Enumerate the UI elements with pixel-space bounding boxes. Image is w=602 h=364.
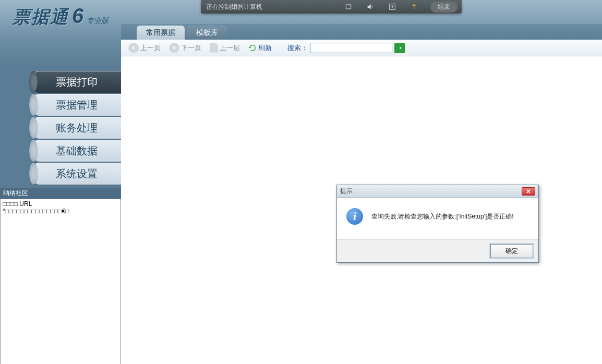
svg-rect-0	[346, 5, 351, 9]
dialog-footer: 确定	[337, 239, 538, 262]
sidebar-item-label: 票据管理	[56, 98, 98, 112]
arrow-right-icon	[169, 43, 179, 53]
alert-dialog: 提示 i 查询失败,请检查您输入的参数:['InitSetup']是否正确! 确…	[336, 185, 539, 263]
tab-common-bills[interactable]: 常用票据	[137, 26, 185, 40]
community-line: °□□□□□□□□□□□□□□□€□	[3, 208, 118, 215]
dialog-message: 查询失败,请检查您输入的参数:['InitSetup']是否正确!	[371, 212, 514, 221]
end-session-button[interactable]: 结束	[430, 2, 457, 13]
sidebar-item-label: 账务处理	[56, 121, 98, 135]
refresh-icon	[248, 44, 257, 52]
toolbar: 上一页 下一页 上一层 刷新 搜索：	[121, 40, 602, 56]
sidebar-item-bill-manage[interactable]: 票据管理	[32, 94, 121, 116]
app-logo: 票据通 6 专业版	[13, 4, 109, 29]
community-box: □□□□ URL °□□□□□□□□□□□□□□□€□	[0, 199, 121, 364]
arrow-left-icon	[128, 43, 139, 53]
logo-version: 6	[72, 4, 83, 28]
search-input[interactable]	[310, 43, 392, 53]
button-label: 上一层	[220, 43, 240, 53]
logo-edition: 专业版	[87, 16, 109, 26]
pin-icon[interactable]	[406, 2, 422, 12]
dialog-title-text: 提示	[340, 187, 353, 196]
sidebar-item-label: 基础数据	[56, 144, 98, 158]
community-line: □□□□ URL	[3, 200, 118, 208]
button-label: 刷新	[258, 43, 272, 53]
refresh-button[interactable]: 刷新	[245, 42, 275, 54]
remote-status-text: 正在控制娟的计算机	[201, 3, 338, 11]
search-label: 搜索：	[287, 43, 308, 53]
prev-page-button[interactable]: 上一页	[125, 42, 164, 54]
sidebar-item-system-settings[interactable]: 系统设置	[32, 163, 121, 185]
folder-up-icon	[210, 43, 218, 53]
sidebar-item-label: 系统设置	[56, 167, 98, 181]
dialog-body: i 查询失败,请检查您输入的参数:['InitSetup']是否正确!	[337, 198, 538, 239]
sound-icon[interactable]	[363, 2, 378, 12]
sidebar-item-bill-print[interactable]: 票据打印	[32, 71, 121, 93]
search-go-button[interactable]	[394, 43, 405, 53]
next-page-button[interactable]: 下一页	[166, 42, 204, 54]
up-level-button[interactable]: 上一层	[207, 42, 243, 54]
remote-control-bar: 正在控制娟的计算机 结束	[201, 0, 462, 14]
dialog-ok-button[interactable]: 确定	[490, 244, 533, 258]
button-label: 下一页	[181, 43, 201, 53]
add-window-icon[interactable]	[384, 2, 400, 12]
dialog-titlebar: 提示	[337, 185, 538, 198]
tab-label: 模板库	[196, 28, 218, 37]
sidebar-item-basic-data[interactable]: 基础数据	[32, 140, 121, 162]
tab-bar: 常用票据 模板库	[121, 24, 602, 40]
tab-template-lib[interactable]: 模板库	[187, 26, 227, 40]
info-icon: i	[346, 208, 363, 225]
community-section-title: 纳纳社区	[0, 188, 121, 199]
svg-point-1	[350, 5, 351, 6]
sidebar-item-accounting[interactable]: 账务处理	[32, 117, 121, 139]
logo-text: 票据通	[13, 5, 69, 29]
fullscreen-icon[interactable]	[341, 2, 356, 12]
sidebar-item-label: 票据打印	[56, 75, 98, 89]
sidebar: 票据打印 票据管理 账务处理 基础数据 系统设置 纳纳社区 □□□□ URL °…	[0, 40, 121, 364]
button-label: 上一页	[140, 43, 161, 53]
tab-label: 常用票据	[146, 28, 175, 37]
dialog-close-button[interactable]	[522, 187, 535, 196]
